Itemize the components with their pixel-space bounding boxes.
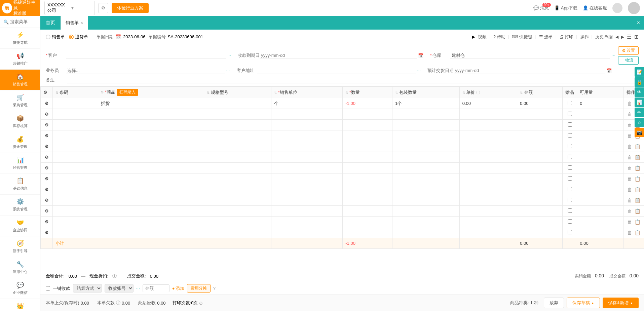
tab-close-all-btn[interactable]: × [633,20,644,26]
cell-qty[interactable] [343,109,392,120]
account-dots[interactable]: ··· [136,286,140,291]
grid-view-btn[interactable]: ⊞ [634,34,639,40]
logistics-button[interactable]: + 物流 [618,56,639,65]
tab-sales-order[interactable]: 销售单 × [61,16,88,30]
copy-icon[interactable]: 📋 [635,144,640,149]
cell-amount[interactable]: 0.00 [517,98,563,109]
cell-product[interactable] [98,227,204,238]
cell-product[interactable] [98,152,204,163]
delete-icon[interactable]: 🗑 [627,155,632,160]
customer-input[interactable] [66,52,226,59]
sidebar-item-quick-nav[interactable]: ⚡ 快捷导航 [0,28,40,49]
discard-btn[interactable]: 放弃 [544,298,564,308]
gift-checkbox[interactable] [568,230,572,234]
row-settings-icon[interactable]: ⚙ [41,152,53,163]
cell-product[interactable] [98,120,204,130]
cell-barcode[interactable] [53,98,98,109]
account-select[interactable]: 收款账号 [105,284,134,293]
cell-unit[interactable] [271,184,343,195]
delete-icon[interactable]: 🗑 [627,219,632,225]
cell-spec[interactable] [204,163,271,173]
copy-icon[interactable]: 📋 [635,198,640,203]
set-button[interactable]: ⚙ 放弃 设置 [618,46,639,55]
delete-icon[interactable]: 🗑 [627,165,632,171]
cell-pkg-qty[interactable] [392,120,460,130]
row-settings-icon[interactable]: ⚙ [41,141,53,152]
cell-amount[interactable] [517,109,563,120]
cell-unit-price[interactable] [459,217,517,227]
cell-gift[interactable] [563,98,577,109]
sidebar-item-system[interactable]: ⚙️ 系统管理 [0,195,40,216]
row-settings-icon[interactable]: ⚙ [41,195,53,206]
cell-gift[interactable] [563,152,577,163]
cell-spec[interactable] [204,109,271,120]
cell-pkg-qty[interactable] [392,163,460,173]
expected-date-input[interactable] [454,67,605,74]
gift-checkbox[interactable] [568,208,572,213]
cell-barcode[interactable] [53,109,98,120]
cell-gift[interactable] [563,130,577,141]
cell-amount[interactable] [517,173,563,184]
sidebar-item-ops[interactable]: 📊 经营管理 [0,153,40,174]
cell-qty[interactable] [343,195,392,206]
cell-unit-price[interactable] [459,120,517,130]
delete-icon[interactable]: 🗑 [627,198,632,203]
cell-spec[interactable] [204,130,271,141]
cell-amount[interactable] [517,163,563,173]
cell-unit-price[interactable] [459,163,517,173]
customer-dots[interactable]: ··· [227,53,231,58]
expense-info-icon[interactable]: ? [213,286,216,291]
row-settings-icon[interactable]: ⚙ [41,120,53,130]
delete-icon[interactable]: 🗑 [627,112,632,117]
cell-qty[interactable] [343,173,392,184]
cell-unit[interactable] [271,120,343,130]
cell-gift[interactable] [563,217,577,227]
cell-unit-price[interactable] [459,184,517,195]
cell-unit[interactable]: 个 [271,98,343,109]
cell-barcode[interactable] [53,195,98,206]
online-support-btn[interactable]: 👤 在线客服 [583,5,607,11]
cell-amount[interactable] [517,141,563,152]
cell-spec[interactable] [204,173,271,184]
cell-product[interactable] [98,206,204,217]
row-settings-icon[interactable]: ⚙ [41,227,53,238]
cell-unit[interactable] [271,206,343,217]
gift-checkbox[interactable] [568,112,572,116]
warehouse-input[interactable] [450,52,610,59]
sidebar-item-base[interactable]: 📋 基础信息 [0,174,40,195]
cell-pkg-qty[interactable] [392,173,460,184]
cell-spec[interactable] [204,195,271,206]
copy-icon[interactable]: 📋 [635,219,640,225]
cell-gift[interactable] [563,173,577,184]
cell-spec[interactable] [204,120,271,130]
cell-barcode[interactable] [53,130,98,141]
salesperson-input[interactable] [66,67,225,74]
cell-spec[interactable] [204,206,271,217]
cell-qty[interactable] [343,130,392,141]
settlement-select[interactable]: 结算方式 [73,284,102,293]
sidebar-search[interactable]: 🔍 搜索菜单 [0,16,40,28]
app-download-btn[interactable]: 📱 App下载 [554,5,577,11]
sidebar-item-wechat[interactable]: 💬 企业微信 [0,278,40,299]
cell-pkg-qty[interactable] [392,206,460,217]
list-view-btn[interactable]: ☰ [627,34,632,40]
product-kind-radio[interactable]: ⊙ [199,301,203,306]
cell-unit[interactable] [271,141,343,152]
delete-icon[interactable]: 🗑 [627,187,632,192]
row-settings-icon[interactable]: ⚙ [41,173,53,184]
warehouse-dots[interactable]: ··· [611,53,615,58]
copy-icon[interactable]: 📋 [635,230,640,235]
cell-amount[interactable] [517,130,563,141]
experience-button[interactable]: 体验行业方案 [112,3,149,13]
cell-amount[interactable] [517,120,563,130]
cell-amount[interactable] [517,195,563,206]
cell-barcode[interactable] [53,152,98,163]
cash-discount-info[interactable]: ⓘ [112,273,117,279]
tab-close-btn[interactable]: × [81,21,83,25]
video-btn[interactable]: 视频 [478,34,487,40]
cell-pkg-qty[interactable] [392,152,460,163]
print-btn[interactable]: 🖨 打印 [559,34,573,40]
copy-icon[interactable]: 📋 [635,208,640,214]
cell-qty[interactable]: -1.00 [343,98,392,109]
cell-product[interactable] [98,217,204,227]
